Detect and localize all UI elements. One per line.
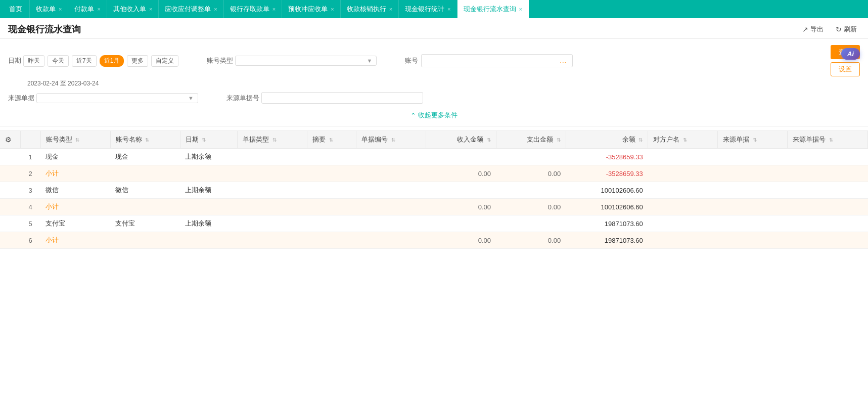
th-balance[interactable]: 余额 ⇅ xyxy=(566,131,648,149)
cell-balance: 100102606.60 xyxy=(566,182,648,199)
cell-summary xyxy=(307,149,356,165)
date-btn-yesterday[interactable]: 昨天 xyxy=(23,55,44,67)
th-counterparty[interactable]: 对方户名 ⇅ xyxy=(648,131,718,149)
account-type-select[interactable]: ▼ xyxy=(235,56,377,66)
close-icon[interactable]: × xyxy=(59,6,62,12)
close-icon[interactable]: × xyxy=(149,6,152,12)
cell-num: 3 xyxy=(20,182,40,199)
account-filter-group: 账号 ... xyxy=(405,54,573,67)
cell-account-type: 小计 xyxy=(40,199,110,215)
close-icon[interactable]: × xyxy=(214,6,217,12)
sort-icon: ⇅ xyxy=(829,137,833,143)
nav-tab-3[interactable]: 应收应付调整单 × xyxy=(159,0,223,18)
collapse-button[interactable]: ⌃ 收起更多条件 xyxy=(404,109,464,122)
cell-source-bill xyxy=(718,215,788,232)
cell-date xyxy=(180,165,237,182)
table-row: 2 小计 0.00 0.00 -3528659.33 xyxy=(0,165,868,182)
sort-icon: ⇅ xyxy=(391,137,395,143)
th-bill-no[interactable]: 单据编号 ⇅ xyxy=(356,131,426,149)
cell-source-bill xyxy=(718,165,788,182)
date-btn-7days[interactable]: 近7天 xyxy=(72,55,97,67)
cell-num: 1 xyxy=(20,149,40,165)
cell-balance: -3528659.33 xyxy=(566,149,648,165)
cell-gear xyxy=(0,149,20,165)
cell-gear xyxy=(0,232,20,249)
cell-date: 上期余额 xyxy=(180,149,237,165)
source-bill-select[interactable]: ▼ xyxy=(36,93,198,103)
cell-expense xyxy=(496,215,566,232)
ai-badge[interactable]: Ai xyxy=(841,48,860,60)
cell-account-type: 支付宝 xyxy=(40,215,110,232)
date-range-text: 2023-02-24 至 2023-03-24 xyxy=(27,80,99,87)
refresh-button[interactable]: ↻ 刷新 xyxy=(833,24,860,35)
th-summary[interactable]: 摘要 ⇅ xyxy=(307,131,356,149)
close-icon[interactable]: × xyxy=(272,6,276,12)
cell-account-name: 微信 xyxy=(110,182,180,199)
nav-tab-2[interactable]: 其他收入单 × xyxy=(107,0,159,18)
th-account-name[interactable]: 账号名称 ⇅ xyxy=(110,131,180,149)
account-label: 账号 xyxy=(405,56,418,65)
sort-icon: ⇅ xyxy=(272,137,277,143)
cell-account-type: 现金 xyxy=(40,149,110,165)
th-gear[interactable]: ⚙ xyxy=(0,131,20,149)
filter-row-2: 来源单据 ▼ 来源单据号 xyxy=(8,92,860,104)
cell-source-bill xyxy=(718,232,788,249)
cell-gear xyxy=(0,199,20,215)
sort-icon: ⇅ xyxy=(557,137,561,143)
date-btn-custom[interactable]: 自定义 xyxy=(151,55,178,67)
th-source-bill[interactable]: 来源单据 ⇅ xyxy=(718,131,788,149)
cell-account-type: 微信 xyxy=(40,182,110,199)
date-btn-1month[interactable]: 近1月 xyxy=(100,55,124,67)
cell-gear xyxy=(0,215,20,232)
nav-tab-4[interactable]: 银行存取款单 × xyxy=(224,0,282,18)
th-account-type[interactable]: 账号类型 ⇅ xyxy=(40,131,110,149)
th-income[interactable]: 收入金额 ⇅ xyxy=(426,131,496,149)
collapse-row: ⌃ 收起更多条件 xyxy=(8,109,860,122)
sort-icon: ⇅ xyxy=(329,137,333,143)
cell-date xyxy=(180,199,237,215)
cell-date: 上期余额 xyxy=(180,215,237,232)
source-bill-label: 来源单据 xyxy=(8,94,34,103)
close-icon[interactable]: × xyxy=(331,6,334,12)
nav-tab-1[interactable]: 付款单 × xyxy=(68,0,107,18)
cell-summary xyxy=(307,199,356,215)
nav-tab-7[interactable]: 现金银行统计 × xyxy=(399,0,457,18)
nav-home[interactable]: 首页 xyxy=(2,0,30,18)
dots-button[interactable]: ... xyxy=(558,56,568,65)
nav-tab-0[interactable]: 收款单 × xyxy=(30,0,68,18)
export-button[interactable]: ↗ 导出 xyxy=(799,24,827,35)
cell-counterparty xyxy=(648,199,718,215)
cell-bill-type xyxy=(238,215,307,232)
date-range-display: 2023-02-24 至 2023-03-24 xyxy=(25,79,860,88)
th-expense[interactable]: 支出金额 ⇅ xyxy=(496,131,566,149)
nav-tab-8[interactable]: 现金银行流水查询 × xyxy=(458,0,529,18)
close-icon[interactable]: × xyxy=(389,6,392,12)
sort-icon: ⇅ xyxy=(638,137,643,143)
cell-num: 5 xyxy=(20,215,40,232)
th-date[interactable]: 日期 ⇅ xyxy=(180,131,237,149)
cell-counterparty xyxy=(648,232,718,249)
cell-summary xyxy=(307,232,356,249)
th-num xyxy=(20,131,40,149)
close-icon[interactable]: × xyxy=(519,6,522,12)
th-source-bill-no[interactable]: 来源单据号 ⇅ xyxy=(788,131,868,149)
cell-num: 4 xyxy=(20,199,40,215)
source-bill-no-input[interactable] xyxy=(261,92,423,104)
nav-tab-5[interactable]: 预收冲应收单 × xyxy=(282,0,340,18)
cell-income: 0.00 xyxy=(426,199,496,215)
close-icon[interactable]: × xyxy=(97,6,100,12)
th-bill-type[interactable]: 单据类型 ⇅ xyxy=(238,131,307,149)
cell-income xyxy=(426,149,496,165)
cell-bill-type xyxy=(238,199,307,215)
cell-bill-no xyxy=(356,215,426,232)
source-bill-no-filter-group: 来源单据号 xyxy=(226,92,423,104)
table-area: ⚙ 账号类型 ⇅ 账号名称 ⇅ 日期 ⇅ xyxy=(0,126,868,249)
date-btn-more[interactable]: 更多 xyxy=(127,55,148,67)
close-icon[interactable]: × xyxy=(447,6,450,12)
cell-balance: -3528659.33 xyxy=(566,165,648,182)
settings-button[interactable]: 设置 xyxy=(831,62,860,76)
date-btn-today[interactable]: 今天 xyxy=(48,55,69,67)
cell-account-type: 小计 xyxy=(40,232,110,249)
nav-tab-6[interactable]: 收款核销执行 × xyxy=(341,0,399,18)
sort-icon: ⇅ xyxy=(753,137,757,143)
